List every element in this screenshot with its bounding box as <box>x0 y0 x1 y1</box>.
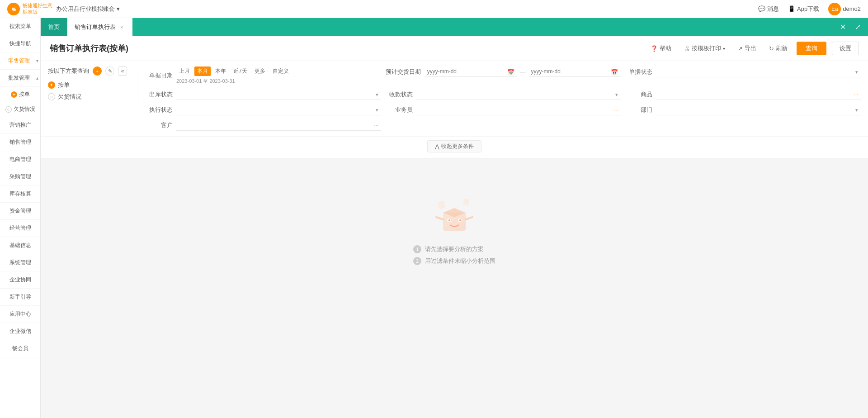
salesman-more-button[interactable]: ··· <box>614 107 618 113</box>
help-icon: ❓ <box>651 45 658 52</box>
add-scheme-button[interactable]: + <box>93 66 102 76</box>
sidebar-item-finance[interactable]: 资金管理 <box>0 203 40 220</box>
filter-doc-status-field: 单据状态 <box>625 66 861 77</box>
collect-status-select[interactable] <box>416 89 621 100</box>
sidebar-item-guide[interactable]: 新手引导 <box>0 289 40 306</box>
filter-bottom: ⋀ 收起更多条件 <box>41 136 868 158</box>
tab-close-button[interactable]: × <box>118 24 125 31</box>
custom-btn[interactable]: 自定义 <box>270 66 292 76</box>
ship-status-select[interactable] <box>176 89 381 100</box>
filter-collect-status-field: 收款状态 <box>386 89 621 100</box>
scheme-item-order[interactable]: ✦ 按单 <box>48 79 131 91</box>
sidebar-item-quick-nav[interactable]: 快捷导航 <box>0 35 40 52</box>
sidebar-search[interactable]: 搜索菜单 <box>0 18 40 35</box>
date-range-display: 2023-03-01 至 2023-03-31 <box>176 78 381 85</box>
sidebar-item-basic-info[interactable]: 基础信息 <box>0 237 40 254</box>
cur-year-btn[interactable]: 本年 <box>212 66 229 76</box>
calendar-icon[interactable]: 📅 <box>507 68 514 75</box>
search-menu-label[interactable]: 搜索菜单 <box>4 23 37 30</box>
expected-date-range: 📅 — 📅 <box>425 66 621 77</box>
empty-illustration <box>432 195 477 240</box>
salesman-input[interactable] <box>416 104 621 115</box>
scheme-item-shortage[interactable]: ○ 欠货情况 <box>48 91 131 103</box>
sidebar-item-marketing[interactable]: 营销推广 <box>0 117 40 134</box>
sidebar-item-system[interactable]: 系统管理 <box>0 254 40 271</box>
app-download-button[interactable]: 📱 App下载 <box>788 5 819 13</box>
filter-goods-field: 商品 ··· <box>625 89 861 100</box>
sidebar-item-wechat[interactable]: 企业微信 <box>0 323 40 340</box>
sidebar-item-app-center[interactable]: 应用中心 <box>0 306 40 323</box>
cur-month-btn[interactable]: 本月 <box>194 66 211 76</box>
empty-tip-2: 2 用过滤条件来缩小分析范围 <box>413 257 495 265</box>
sidebar-item-sales[interactable]: 销售管理 <box>0 134 40 151</box>
filter-exec-status-field: 执行状态 <box>146 104 381 115</box>
calendar-icon-end[interactable]: 📅 <box>611 68 618 75</box>
query-button[interactable]: 查询 <box>797 42 826 55</box>
sidebar-item-purchase[interactable]: 采购管理 <box>0 168 40 185</box>
app-selector[interactable]: 办公用品行业模拟账套 ▾ <box>56 5 120 13</box>
filter-customer-field: 客户 ··· <box>146 120 381 131</box>
sidebar-item-retail[interactable]: 零售管理 ▾ <box>0 52 40 70</box>
last7days-btn[interactable]: 近7天 <box>231 66 250 76</box>
circle-icon: ○ <box>5 106 12 113</box>
svg-point-7 <box>459 219 461 221</box>
chevron-down-icon: ▾ <box>117 5 120 12</box>
sidebar-item-inventory[interactable]: 库存核算 <box>0 185 40 203</box>
filter-ship-status-field: 出库状态 <box>146 89 381 100</box>
close-window-button[interactable]: ✕ <box>836 22 849 33</box>
message-icon: 💬 <box>758 5 765 12</box>
avatar: Ea <box>828 3 841 15</box>
expected-date-end[interactable] <box>528 66 621 77</box>
logo-area: 畅 畅捷通好生意 标准版 <box>7 3 52 15</box>
svg-text:畅: 畅 <box>12 7 16 12</box>
page-header: 销售订单执行表(按单) ❓ 帮助 🖨 按模板打印 ↗ 导出 <box>41 36 868 61</box>
svg-rect-10 <box>438 200 446 209</box>
doc-status-select[interactable] <box>656 66 861 77</box>
sidebar-item-enterprise[interactable]: 企业协同 <box>0 271 40 289</box>
sidebar-item-member[interactable]: 畅会员 <box>0 340 40 357</box>
customer-input[interactable] <box>176 120 381 131</box>
expected-date-start[interactable] <box>425 66 517 77</box>
dot-icon: ✦ <box>11 91 17 98</box>
date-quick-btns: 上月 本月 本年 近7天 更多 自定义 <box>176 66 381 76</box>
exec-status-select[interactable] <box>176 104 381 115</box>
refresh-button[interactable]: ↻ 刷新 <box>765 43 791 54</box>
goods-input[interactable] <box>656 89 861 100</box>
customer-more-button[interactable]: ··· <box>374 123 378 128</box>
tab-bar: 首页 销售订单执行表 × ✕ ⤢ <box>41 18 868 36</box>
scheme-dot-icon: ✦ <box>48 81 55 89</box>
export-button[interactable]: ↗ 导出 <box>734 43 760 54</box>
sidebar-item-wholesale[interactable]: 批发管理 ▴ <box>0 70 40 87</box>
page-content: 销售订单执行表(按单) ❓ 帮助 🖨 按模板打印 ↗ 导出 <box>41 36 868 418</box>
collapse-scheme-button[interactable]: « <box>118 66 127 76</box>
edit-scheme-button[interactable]: ✎ <box>105 66 114 76</box>
help-button[interactable]: ❓ 帮助 <box>647 43 675 54</box>
sidebar-sub-item-order[interactable]: ✦ 按单 <box>0 87 40 102</box>
sidebar-sub-item-shortage[interactable]: ○ 欠货情况 <box>0 102 40 117</box>
print-button[interactable]: 🖨 按模板打印 <box>680 43 729 54</box>
message-button[interactable]: 💬 消息 <box>758 5 779 13</box>
tab-bar-actions: ✕ ⤢ <box>836 18 868 36</box>
sidebar-item-ecommerce[interactable]: 电商管理 <box>0 151 40 168</box>
more-btn[interactable]: 更多 <box>252 66 268 76</box>
chevron-down-icon: ▾ <box>36 58 38 63</box>
sidebar-item-operations[interactable]: 经营管理 <box>0 220 40 237</box>
filter-panel: 按以下方案查询 + ✎ « ✦ 按单 ○ 欠货情况 <box>41 61 868 158</box>
goods-more-button[interactable]: ··· <box>854 92 858 97</box>
setting-button[interactable]: 设置 <box>832 42 859 55</box>
print-icon: 🖨 <box>684 45 690 52</box>
sidebar: 搜索菜单 快捷导航 零售管理 ▾ 批发管理 ▴ ✦ 按单 ○ 欠货情况 营销推广… <box>0 18 41 418</box>
filter-top: 按以下方案查询 + ✎ « ✦ 按单 ○ 欠货情况 <box>41 61 868 136</box>
tab-sales-order[interactable]: 销售订单执行表 × <box>67 18 132 36</box>
top-bar-left: 畅 畅捷通好生意 标准版 办公用品行业模拟账套 ▾ <box>7 3 120 15</box>
maximize-window-button[interactable]: ⤢ <box>851 22 864 33</box>
dept-select[interactable] <box>656 104 861 115</box>
svg-line-8 <box>436 217 443 219</box>
top-bar-right: 💬 消息 📱 App下载 Ea demo2 <box>758 3 861 15</box>
user-menu[interactable]: Ea demo2 <box>828 3 861 15</box>
tab-home[interactable]: 首页 <box>41 18 67 36</box>
prev-month-btn[interactable]: 上月 <box>176 66 193 76</box>
download-icon: 📱 <box>788 5 795 12</box>
collapse-filter-button[interactable]: ⋀ 收起更多条件 <box>427 140 481 152</box>
page-title: 销售订单执行表(按单) <box>50 43 128 54</box>
